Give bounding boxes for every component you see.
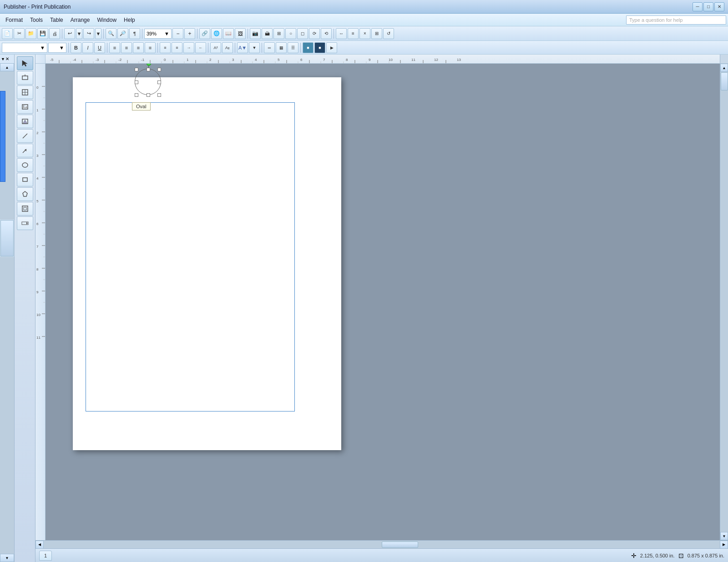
superscript-button[interactable]: A² <box>210 42 221 53</box>
custom-shape-button[interactable] <box>17 187 33 201</box>
more-btn[interactable]: ▶ <box>326 42 337 53</box>
new-button[interactable]: 📄 <box>2 28 13 39</box>
h-scroll-thumb[interactable] <box>382 542 418 548</box>
cut-button[interactable]: ✂ <box>14 28 25 39</box>
handle-mid-left[interactable] <box>135 80 138 84</box>
highlight-button[interactable]: ▼ <box>249 42 260 53</box>
bookmark-button[interactable]: 📖 <box>223 28 234 39</box>
h-scroll-right-button[interactable]: ▶ <box>720 541 728 549</box>
search-button[interactable]: 🔍 <box>106 28 116 39</box>
column-button[interactable]: ☰ <box>288 42 298 53</box>
handle-mid-right[interactable] <box>157 80 161 84</box>
panel-scroll-up[interactable]: ▲ <box>0 63 14 71</box>
image-btn4[interactable]: ○ <box>285 28 296 39</box>
frame-tool-button[interactable] <box>17 202 33 216</box>
line-color-btn[interactable]: ■ <box>314 42 325 53</box>
minimize-button[interactable]: ─ <box>693 2 703 11</box>
shading-button[interactable]: ▦ <box>276 42 287 53</box>
crop-btn[interactable]: ⊞ <box>371 28 382 39</box>
print-button[interactable]: 🖨 <box>49 28 60 39</box>
handle-bot-left[interactable] <box>135 93 138 97</box>
handle-top-right[interactable] <box>157 68 161 71</box>
clip-art-button[interactable] <box>17 115 33 128</box>
menu-format[interactable]: Format <box>2 15 26 25</box>
arrow-tool-button[interactable] <box>17 144 33 157</box>
indent-button[interactable]: → <box>183 42 194 53</box>
align-center-button[interactable]: ≡ <box>121 42 132 53</box>
menu-help[interactable]: Help <box>120 15 139 25</box>
zoom-in-button[interactable]: 🔎 <box>117 28 128 39</box>
redo-button[interactable]: ↪ <box>83 28 94 39</box>
font-color-button[interactable]: A▼ <box>237 42 248 53</box>
maximize-button[interactable]: □ <box>703 2 713 11</box>
picture-tool-button[interactable] <box>17 100 33 114</box>
panel-close-button[interactable]: ✕ <box>5 56 9 61</box>
scroll-up-button[interactable]: ▲ <box>720 64 728 72</box>
image-btn3[interactable]: ⊞ <box>273 28 284 39</box>
distribute-btn[interactable]: ≡ <box>348 28 359 39</box>
fill-color-btn[interactable]: ■ <box>303 42 313 53</box>
rectangle-tool-button[interactable] <box>17 173 33 186</box>
scroll-thumb[interactable] <box>721 72 728 90</box>
extra-tool-button[interactable] <box>17 216 33 230</box>
menu-tools[interactable]: Tools <box>26 15 46 25</box>
menu-table[interactable]: Table <box>46 15 67 25</box>
menu-window[interactable]: Window <box>93 15 120 25</box>
align-left-button[interactable]: ≡ <box>109 42 120 53</box>
picture-button[interactable]: 🖼 <box>235 28 246 39</box>
underline-button[interactable]: U <box>94 42 105 53</box>
panel-scroll-down[interactable]: ▼ <box>0 554 14 562</box>
open-button[interactable]: 📁 <box>25 28 36 39</box>
image-btn7[interactable]: ⟲ <box>321 28 332 39</box>
font-size-selector[interactable]: ▼ <box>48 43 66 53</box>
handle-bot-right[interactable] <box>157 93 161 97</box>
main-canvas[interactable]: Oval <box>46 64 720 540</box>
undo-button[interactable]: ↩ <box>64 28 75 39</box>
close-button[interactable]: ✕ <box>714 2 724 11</box>
link-button[interactable]: 🔗 <box>199 28 210 39</box>
table-tool-button[interactable] <box>17 85 33 99</box>
page-number-tab[interactable]: 1 <box>39 551 52 561</box>
text-frame-selection[interactable] <box>86 102 295 411</box>
zoom-selector[interactable]: 39% ▼ <box>144 29 172 39</box>
oval-tool-button[interactable] <box>17 158 33 172</box>
undo-arrow[interactable]: ▼ <box>76 28 82 39</box>
rotate-btn[interactable]: ↺ <box>383 28 394 39</box>
text-tool-button[interactable] <box>17 71 33 85</box>
h-scroll-left-button[interactable]: ◀ <box>35 541 44 549</box>
outdent-button[interactable]: ← <box>195 42 206 53</box>
list-button[interactable]: ≡ <box>160 42 171 53</box>
menu-arrange[interactable]: Arrange <box>67 15 94 25</box>
bold-button[interactable]: B <box>71 42 81 53</box>
image-btn2[interactable]: 🏔 <box>262 28 273 39</box>
align-btn[interactable]: ↔ <box>336 28 347 39</box>
subscript-button[interactable]: A₂ <box>222 42 233 53</box>
align-right-button[interactable]: ≡ <box>133 42 144 53</box>
panel-scroll-thumb[interactable] <box>0 220 14 256</box>
handle-top-center[interactable] <box>147 68 150 71</box>
numbered-list-button[interactable]: ≡ <box>172 42 182 53</box>
redo-arrow[interactable]: ▼ <box>95 28 101 39</box>
para-button[interactable]: ¶ <box>129 28 140 39</box>
panel-down-arrow[interactable]: ▼ <box>1 57 5 61</box>
rotation-handle[interactable] <box>147 64 151 66</box>
image-btn1[interactable]: 📷 <box>250 28 261 39</box>
line-tool-button[interactable] <box>17 129 33 143</box>
justify-button[interactable]: ≡ <box>145 42 156 53</box>
zoom-out-icon[interactable]: − <box>172 28 183 39</box>
italic-button[interactable]: I <box>82 42 93 53</box>
oval-object[interactable]: Oval <box>127 64 168 102</box>
font-name-selector[interactable]: ▼ <box>2 43 47 53</box>
image-btn6[interactable]: ⟳ <box>309 28 320 39</box>
scroll-down-button[interactable]: ▼ <box>720 532 728 540</box>
web-button[interactable]: 🌐 <box>211 28 222 39</box>
handle-bot-center[interactable] <box>147 93 150 97</box>
group-btn[interactable]: × <box>359 28 370 39</box>
select-tool-button[interactable] <box>17 56 33 70</box>
border-button[interactable]: ═ <box>264 42 275 53</box>
handle-top-left[interactable] <box>135 68 138 71</box>
save-button[interactable]: 💾 <box>37 28 48 39</box>
image-btn5[interactable]: ◻ <box>297 28 308 39</box>
help-search[interactable]: Type a question for help <box>626 15 726 25</box>
zoom-in-icon[interactable]: + <box>184 28 195 39</box>
